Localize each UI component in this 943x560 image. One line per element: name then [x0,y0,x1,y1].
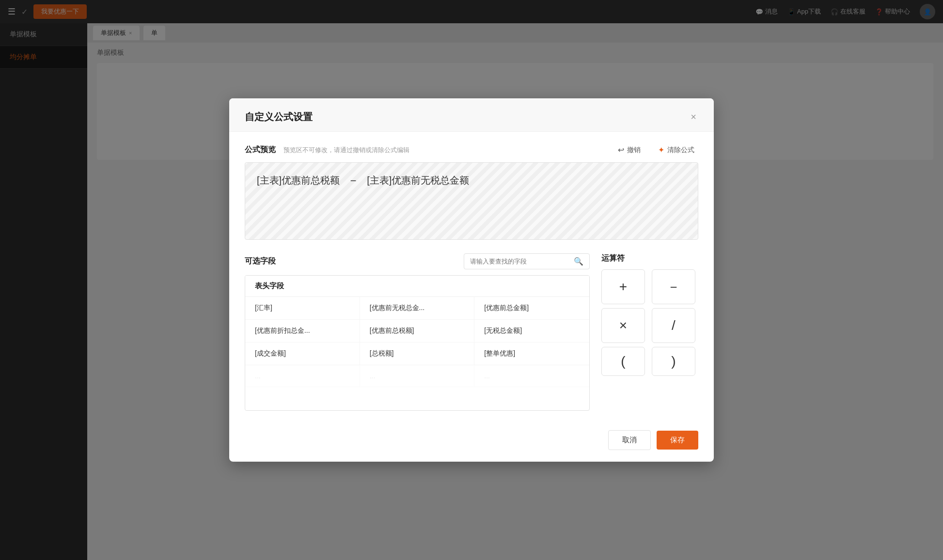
operator-plus[interactable]: + [601,269,645,304]
operators-grid: + － × / ( ) [601,269,698,376]
fields-row-2: [优惠前折扣总金... [优惠前总税额] [无税总金额] [245,320,589,342]
operators-section: 运算符 + － × / ( ) [601,253,698,376]
undo-icon: ↩ [618,145,624,155]
fields-search-box[interactable]: 🔍 [464,253,590,269]
field-cell-notax-total[interactable]: [无税总金额] [474,320,589,342]
undo-button[interactable]: ↩ 撤销 [614,143,644,156]
fields-search-input[interactable] [470,258,570,265]
dialog-header: 自定义公式设置 × [229,98,714,132]
fields-row-1: [汇率] [优惠前无税总金... [优惠前总金额] [245,297,589,320]
formula-expression: [主表]优惠前总税额 － [主表]优惠前无税总金额 [257,172,686,188]
fields-header: 可选字段 🔍 [245,253,590,269]
modal-overlay: 自定义公式设置 × 公式预览 预览区不可修改，请通过撤销或清除公式编辑 ↩ 撤销 [0,0,943,560]
operator-left-paren[interactable]: ( [601,347,645,376]
field-cell-pretax-notax[interactable]: [优惠前无税总金... [360,297,475,320]
fields-group-header: 表头字段 [245,276,589,297]
field-cell-extra-3[interactable]: ... [474,365,589,387]
field-cell-prediscount-total[interactable]: [优惠前折扣总金... [245,320,360,342]
dialog-footer: 取消 保存 [229,422,714,462]
dialog-title: 自定义公式设置 [245,110,313,124]
operator-right-paren[interactable]: ) [652,347,695,376]
search-icon: 🔍 [574,257,583,266]
field-cell-transaction-amount[interactable]: [成交金额] [245,342,360,365]
clear-label: 清除公式 [667,146,694,155]
formula-section-label: 公式预览 [245,145,276,155]
formula-header-left: 公式预览 预览区不可修改，请通过撤销或清除公式编辑 [245,145,409,155]
undo-label: 撤销 [627,146,641,155]
fields-section: 可选字段 🔍 表头字段 [汇率] [优惠前无税总金... [优惠前总金额] [245,253,590,411]
field-cell-extra-2[interactable]: ... [360,365,475,387]
fields-table: 表头字段 [汇率] [优惠前无税总金... [优惠前总金额] [优惠前折扣总金.… [245,275,590,411]
operators-label: 运算符 [601,253,698,264]
formula-preview-box: [主表]优惠前总税额 － [主表]优惠前无税总金额 [245,162,698,240]
fields-section-label: 可选字段 [245,256,276,266]
operator-minus[interactable]: － [652,269,695,304]
bottom-section: 可选字段 🔍 表头字段 [汇率] [优惠前无税总金... [优惠前总金额] [245,253,698,411]
formula-hint: 预览区不可修改，请通过撤销或清除公式编辑 [283,146,409,155]
fields-row-3: [成交金额] [总税额] [整单优惠] [245,342,589,365]
field-cell-exchange-rate[interactable]: [汇率] [245,297,360,320]
operator-divide[interactable]: / [652,308,695,343]
formula-operator: － [347,172,359,188]
dialog-body: 公式预览 预览区不可修改，请通过撤销或清除公式编辑 ↩ 撤销 ✦ 清除公式 [229,132,714,422]
save-button[interactable]: 保存 [657,431,698,450]
field-cell-pretax-tax[interactable]: [优惠前总税额] [360,320,475,342]
formula-actions: ↩ 撤销 ✦ 清除公式 [614,143,698,156]
field-cell-pretax-total[interactable]: [优惠前总金额] [474,297,589,320]
dialog-close-button[interactable]: × [689,110,698,124]
field-cell-total-tax[interactable]: [总税额] [360,342,475,365]
clear-icon: ✦ [658,145,664,155]
operator-multiply[interactable]: × [601,308,645,343]
formula-dialog: 自定义公式设置 × 公式预览 预览区不可修改，请通过撤销或清除公式编辑 ↩ 撤销 [229,98,714,462]
field-cell-extra-1[interactable]: ... [245,365,360,387]
field-cell-whole-order-discount[interactable]: [整单优惠] [474,342,589,365]
formula-part1[interactable]: [主表]优惠前总税额 [257,174,340,187]
cancel-button[interactable]: 取消 [608,430,651,450]
formula-section-header: 公式预览 预览区不可修改，请通过撤销或清除公式编辑 ↩ 撤销 ✦ 清除公式 [245,143,698,156]
formula-part2[interactable]: [主表]优惠前无税总金额 [367,174,469,187]
fields-row-4-partial: ... ... ... [245,365,589,387]
formula-preview-section: 公式预览 预览区不可修改，请通过撤销或清除公式编辑 ↩ 撤销 ✦ 清除公式 [245,143,698,240]
clear-formula-button[interactable]: ✦ 清除公式 [654,143,698,156]
